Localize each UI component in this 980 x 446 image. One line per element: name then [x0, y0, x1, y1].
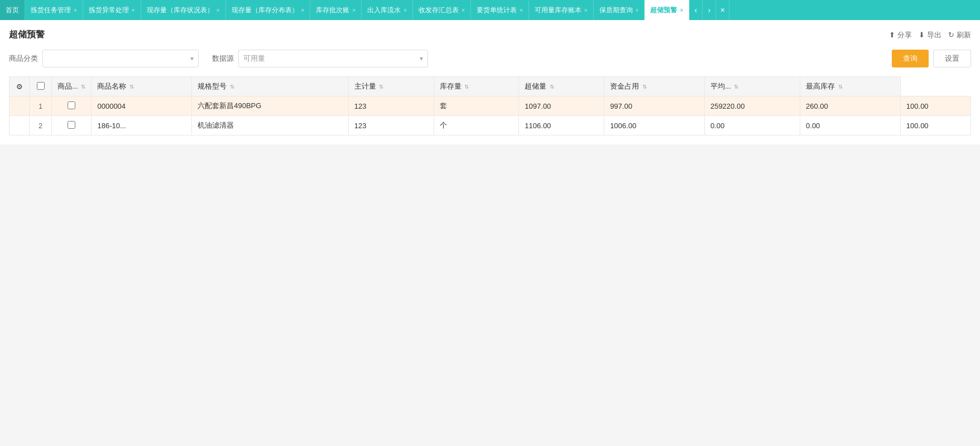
th-spec: 规格型号 ⇅	[192, 77, 349, 96]
topbar-item-[interactable]: 库存批次账×	[310, 0, 362, 20]
page-title: 超储预警	[9, 29, 45, 41]
close-icon[interactable]: ×	[352, 7, 356, 13]
row-checkbox[interactable]	[68, 101, 75, 109]
sort-icon-over-stock: ⇅	[550, 84, 554, 90]
row-unit: 套	[434, 96, 519, 116]
row-avg: 260.00	[800, 96, 901, 116]
page-header: 超储预警 ⬆ 分享 ⬇ 导出 ↻ 刷新	[9, 29, 971, 41]
th-over-stock: 超储量 ⇅	[519, 77, 604, 96]
row-gear-cell	[9, 116, 30, 135]
data-table: ⚙ 商品... ⇅ 商品名称 ⇅ 规格型号 ⇅ 主计量	[9, 76, 971, 135]
topbar-item-[interactable]: 拣货异常处理×	[83, 0, 141, 20]
th-product-code-label: 商品...	[57, 82, 78, 90]
nav-next-button[interactable]: ›	[703, 0, 716, 20]
filter-row: 商品分类 ▾ 数据源 可用量 ▾ 查询 设置	[9, 50, 971, 67]
th-product-code: 商品... ⇅	[52, 77, 92, 96]
row-num: 1	[30, 96, 52, 116]
table-row: 10000004六配套新昌490BPG123套1097.00997.002592…	[9, 96, 971, 116]
row-capital-usage: 259220.00	[704, 96, 800, 116]
th-max-stock-label: 最高库存	[806, 82, 835, 90]
data-source-select[interactable]: 可用量 ▾	[238, 50, 428, 67]
close-icon[interactable]: ×	[301, 7, 305, 13]
share-label: 分享	[897, 30, 912, 40]
close-icon[interactable]: ×	[584, 7, 588, 13]
topbar-item-[interactable]: 现存量（库存分布表）×	[226, 0, 311, 20]
product-category-select[interactable]: ▾	[42, 50, 199, 67]
th-gear: ⚙	[9, 77, 30, 96]
table-row: 2186-10...机油滤清器123个1106.001006.000.000.0…	[9, 116, 971, 135]
close-icon[interactable]: ×	[132, 7, 135, 13]
chevron-down-icon-2: ▾	[420, 55, 423, 62]
product-category-filter: 商品分类 ▾	[9, 50, 199, 67]
topbar-item-[interactable]: 可用量库存账本×	[529, 0, 594, 20]
row-checkbox-cell	[52, 96, 92, 116]
settings-button[interactable]: 设置	[933, 50, 971, 67]
export-label: 导出	[927, 30, 941, 40]
share-icon: ⬆	[889, 31, 895, 39]
table-header: ⚙ 商品... ⇅ 商品名称 ⇅ 规格型号 ⇅ 主计量	[9, 77, 971, 96]
row-capital-usage: 0.00	[704, 116, 800, 135]
th-max-stock: 最高库存 ⇅	[800, 77, 901, 96]
th-avg: 平均... ⇅	[704, 77, 800, 96]
refresh-icon: ↻	[948, 31, 954, 39]
chevron-down-icon: ▾	[190, 55, 194, 62]
th-over-stock-label: 超储量	[525, 82, 546, 90]
nav-close-button[interactable]: ×	[716, 0, 729, 20]
nav-prev-button[interactable]: ‹	[689, 0, 703, 20]
gear-icon[interactable]: ⚙	[16, 83, 23, 91]
close-icon[interactable]: ×	[636, 7, 639, 13]
th-unit-label: 主计量	[354, 82, 376, 90]
refresh-button[interactable]: ↻ 刷新	[948, 30, 971, 40]
th-checkbox	[30, 77, 52, 96]
sort-icon-capital: ⇅	[642, 84, 647, 90]
th-unit: 主计量 ⇅	[348, 77, 434, 96]
row-over-stock: 1006.00	[604, 116, 705, 135]
sort-icon-code: ⇅	[81, 84, 85, 90]
sort-icon-avg: ⇅	[734, 84, 738, 90]
topbar: 首页拣货任务管理×拣货异常处理×现存量（库存状况表）×现存量（库存分布表）×库存…	[0, 0, 980, 20]
topbar-item-[interactable]: 保质期查询×	[594, 0, 645, 20]
export-button[interactable]: ⬇ 导出	[919, 30, 941, 40]
topbar-item-[interactable]: 首页	[0, 0, 25, 20]
close-icon[interactable]: ×	[520, 7, 523, 13]
data-source-label: 数据源	[212, 54, 234, 64]
close-icon[interactable]: ×	[462, 7, 465, 13]
topbar-item-[interactable]: 要货单统计表×	[471, 0, 529, 20]
row-num: 2	[30, 116, 52, 135]
page-container: 超储预警 ⬆ 分享 ⬇ 导出 ↻ 刷新 商品分类 ▾ 数据源	[0, 20, 980, 144]
sort-icon-max: ⇅	[838, 84, 843, 90]
row-product-name: 六配套新昌490BPG	[192, 96, 349, 116]
query-button[interactable]: 查询	[892, 50, 929, 67]
topbar-item-[interactable]: 拣货任务管理×	[25, 0, 83, 20]
select-all-checkbox[interactable]	[37, 82, 45, 90]
topbar-item-[interactable]: 收发存汇总表×	[413, 0, 471, 20]
th-product-name-label: 商品名称	[97, 82, 126, 90]
sort-icon-name: ⇅	[129, 84, 134, 90]
share-button[interactable]: ⬆ 分享	[889, 30, 912, 40]
row-stock: 1097.00	[519, 96, 604, 116]
table-body: 10000004六配套新昌490BPG123套1097.00997.002592…	[9, 96, 971, 135]
topbar-item-[interactable]: 超储预警×	[645, 0, 689, 20]
th-avg-label: 平均...	[710, 82, 731, 90]
th-capital-usage: 资金占用 ⇅	[604, 77, 705, 96]
sort-icon-spec: ⇅	[230, 84, 234, 90]
topbar-nav-buttons: ‹›×	[689, 0, 729, 20]
close-icon[interactable]: ×	[217, 7, 220, 13]
sort-icon-unit: ⇅	[379, 84, 383, 90]
export-icon: ⬇	[919, 31, 925, 39]
row-checkbox[interactable]	[68, 121, 75, 129]
topbar-item-[interactable]: 出入库流水×	[362, 0, 413, 20]
th-stock-label: 库存量	[440, 82, 462, 90]
th-capital-usage-label: 资金占用	[610, 82, 639, 90]
row-spec: 123	[348, 116, 434, 135]
row-stock: 1106.00	[519, 116, 604, 135]
row-product-code: 186-10...	[92, 116, 192, 135]
close-icon[interactable]: ×	[74, 7, 77, 13]
row-over-stock: 997.00	[604, 96, 705, 116]
data-source-value: 可用量	[243, 54, 265, 64]
topbar-item-[interactable]: 现存量（库存状况表）×	[141, 0, 226, 20]
page-actions: ⬆ 分享 ⬇ 导出 ↻ 刷新	[889, 30, 971, 40]
close-icon[interactable]: ×	[403, 7, 407, 13]
close-icon[interactable]: ×	[680, 7, 683, 13]
sort-icon-stock: ⇅	[464, 84, 469, 90]
